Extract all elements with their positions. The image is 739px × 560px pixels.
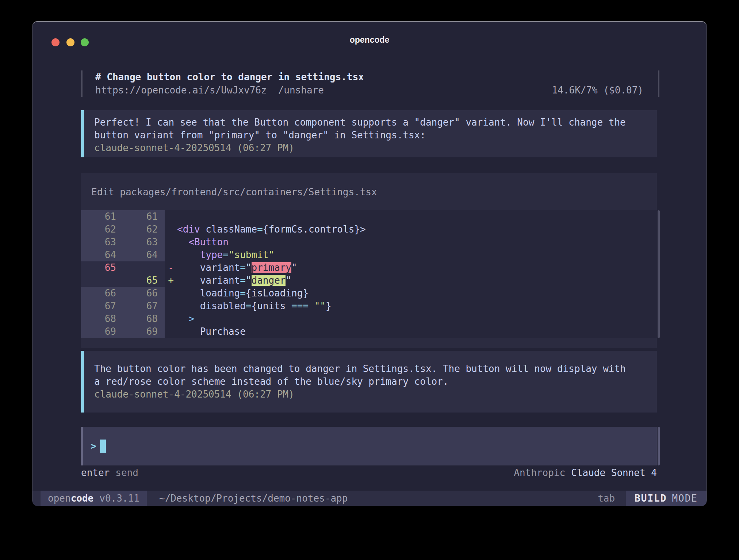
version-label: v0.3.11 [99, 493, 139, 504]
provider-label: Anthropic [514, 467, 565, 478]
diff-table: 61616262<div className={formCs.controls}… [81, 210, 657, 338]
diff-row: 6363 <Button [81, 236, 657, 249]
message-meta: claude-sonnet-4-20250514 (06:27 PM) [94, 388, 647, 401]
brand-code: code [71, 493, 94, 504]
send-hint: entersend [81, 467, 138, 479]
diff-scrollbar[interactable] [658, 210, 660, 338]
share-url[interactable]: https://opencode.ai/s/UwJxv76z [95, 85, 267, 96]
hint-bar: entersend AnthropicClaude Sonnet 4 [81, 467, 657, 479]
mode-build: BUILD [635, 493, 667, 504]
mode-badge: BUILDMODE [626, 491, 707, 506]
window-title: opencode [32, 35, 707, 45]
tab-key-hint[interactable]: tab [598, 491, 615, 506]
status-bar: opencodev0.3.11 ~/Desktop/Projects/demo-… [32, 491, 707, 506]
brand-open: open [48, 493, 71, 504]
session-title: # Change button color to danger in setti… [95, 70, 364, 84]
diff-row: 6161 [81, 210, 657, 223]
prompt-symbol: > [91, 441, 96, 452]
diff-row: 65- variant="primary" [81, 261, 657, 274]
edit-title: Edit packages/frontend/src/containers/Se… [81, 173, 657, 199]
diff-row: 65+ variant="danger" [81, 274, 657, 287]
app-brand: opencodev0.3.11 [41, 491, 147, 506]
page-root: { "window": { "title": "opencode" }, "co… [0, 0, 739, 560]
diff-row: 6464 type="submit" [81, 249, 657, 261]
message-meta: claude-sonnet-4-20250514 (06:27 PM) [94, 142, 647, 154]
context-stats: 14.6K/7% ($0.07) [552, 84, 643, 97]
message-line: button variant from "primary" to "danger… [94, 129, 647, 142]
diff-row: 6767 disabled={units === ""} [81, 300, 657, 312]
mode-mode: MODE [672, 493, 698, 504]
share-line: https://opencode.ai/s/UwJxv76z/unshare [95, 84, 324, 97]
prompt-input[interactable]: > [81, 427, 657, 465]
unshare-command: /unshare [278, 85, 324, 96]
diff-row: 6666 loading={isLoading} [81, 287, 657, 300]
session-header: # Change button color to danger in setti… [81, 70, 659, 97]
message-line: a red/rose color scheme instead of the b… [94, 375, 647, 388]
send-label: send [115, 467, 138, 478]
message-line: The button color has been changed to dan… [94, 363, 647, 375]
app-window: opencode # Change button color to danger… [32, 21, 707, 505]
assistant-message: The button color has been changed to dan… [81, 351, 657, 413]
model-hint: AnthropicClaude Sonnet 4 [514, 467, 657, 479]
model-label: Claude Sonnet 4 [571, 467, 657, 478]
diff-row: 6868 > [81, 312, 657, 325]
input-scrollbar[interactable] [658, 427, 660, 465]
text-cursor [100, 440, 106, 453]
assistant-message: Perfect! I can see that the Button compo… [81, 110, 657, 157]
message-line: Perfect! I can see that the Button compo… [94, 116, 647, 129]
enter-key-hint: enter [81, 467, 110, 478]
cwd-path: ~/Desktop/Projects/demo-notes-app [159, 491, 598, 506]
edit-panel: Edit packages/frontend/src/containers/Se… [81, 173, 657, 348]
diff-row: 6262<div className={formCs.controls}> [81, 223, 657, 236]
diff-row: 6969 Purchase [81, 325, 657, 338]
